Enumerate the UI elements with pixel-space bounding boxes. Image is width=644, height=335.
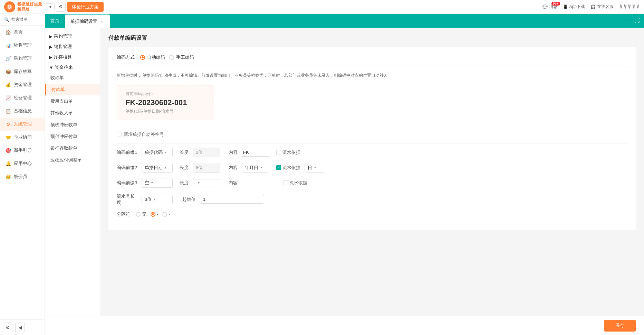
chevron-down-icon: ▾	[49, 4, 51, 9]
manual-code-radio-dot	[169, 55, 174, 60]
sidebar-item-basic[interactable]: 📋 基础信息	[0, 104, 45, 118]
tab-expand-btn[interactable]: ⛶	[634, 18, 640, 24]
sidebar-item-home[interactable]: 🏠 首页	[0, 26, 45, 39]
purchase-icon: 🛒	[6, 56, 11, 61]
submenu-item-payment[interactable]: 付款单	[45, 84, 100, 95]
search-menu[interactable]: 🔍 搜索菜单	[0, 14, 45, 26]
prefix2-content-select[interactable]: 年月日 ▾	[242, 163, 269, 173]
separator-row: 分隔符 无 · ·	[117, 211, 627, 217]
trial-btn[interactable]: 体验行业方案	[67, 2, 104, 12]
sep-dot-radio[interactable]: ·	[151, 211, 158, 217]
prefix3-watermark-checkbox	[283, 180, 288, 185]
user-info: 某某某某某	[619, 4, 640, 10]
submenu-item-expense[interactable]: 费用支出单	[45, 95, 100, 107]
sidebar-item-ops[interactable]: 📈 经营管理	[0, 91, 45, 104]
prefix1-select[interactable]: 单据代码 ▾	[142, 148, 173, 157]
svg-text:畅: 畅	[8, 4, 12, 9]
prefix-row-3: 编码前缀3 空 ▾ 长度 ▾ 内容	[117, 178, 627, 188]
online-service-btn[interactable]: 🎧 在线客服	[590, 4, 614, 10]
chevron-right-icon-sales: ▶	[49, 44, 52, 49]
serial-row: 流水号长度 3位 ▾ 起始值	[117, 193, 627, 206]
message-btn[interactable]: 💬 消息 99+	[542, 4, 557, 10]
prefix3-chevron-icon: ▾	[151, 181, 153, 185]
prefix3-select[interactable]: 空 ▾	[142, 178, 173, 188]
sidebar-item-finance[interactable]: 💰 资金管理	[0, 78, 45, 91]
prefix2-chevron-icon: ▾	[165, 166, 166, 169]
submenu-group-sales[interactable]: ▶ 销售管理	[45, 41, 100, 51]
sidebar-item-appcenter[interactable]: 🔔 应用中心	[0, 157, 45, 170]
prefix1-content-value: FK	[242, 148, 269, 157]
main-layout: 🔍 搜索菜单 🏠 首页 📊 销售管理 🛒 采购管理 📦 库存核算 💰 资金管理 …	[0, 14, 644, 335]
search-icon: 🔍	[4, 17, 9, 22]
auto-code-radio[interactable]: 自动编码	[140, 54, 165, 61]
submenu-group-purchase[interactable]: ▶ 采购管理	[45, 30, 100, 41]
tab-home[interactable]: 首页	[45, 14, 65, 28]
sidebar-item-guide[interactable]: 🎯 新手引导	[0, 144, 45, 157]
prefix1-length-input: 2位	[193, 148, 220, 157]
serial-length-select[interactable]: 3位 ▾	[142, 195, 173, 204]
chevron-right-icon: ▶	[49, 34, 52, 39]
prefix2-watermark-unit-select[interactable]: 日 ▾	[305, 163, 325, 173]
save-button[interactable]: 保存	[604, 320, 636, 332]
auto-fill-row: 新增单据自动补空号	[117, 131, 627, 138]
page-content: 付款单编码设置 编码方式 自动编码 手工编码	[100, 28, 644, 316]
sidebar-collapse-btn[interactable]: ◀	[15, 323, 25, 332]
company-dropdown[interactable]: ▾	[45, 3, 55, 10]
logo: 畅 畅捷通好生意 极品版	[4, 1, 42, 12]
encoding-mode-section: 编码方式 自动编码 手工编码	[117, 54, 627, 66]
separator-label: 分隔符	[117, 211, 130, 217]
prefix1-watermark-checkbox	[276, 150, 281, 155]
sidebar-item-vip[interactable]: 👑 畅会员	[0, 170, 45, 183]
inventory-icon: 📦	[6, 69, 11, 74]
prefix3-length-select[interactable]: ▾	[193, 179, 220, 186]
prefix3-watermark-check[interactable]: 流水依据	[283, 180, 307, 186]
submenu-group-finance[interactable]: ▼ 资金往来	[45, 62, 100, 72]
sep-dash-radio[interactable]: ·	[162, 212, 170, 217]
sidebar-item-sales[interactable]: 📊 销售管理	[0, 39, 45, 52]
submenu-item-other-income[interactable]: 其他收入单	[45, 107, 100, 119]
app-download-btn[interactable]: 📱 App下载	[563, 4, 585, 10]
tab-bar: 首页 单据编码设置 ✕ — ⛶	[45, 14, 644, 28]
bottom-bar: 保存	[45, 316, 644, 335]
tab-encoding-settings[interactable]: 单据编码设置 ✕	[65, 15, 110, 28]
auto-fill-checkbox[interactable]	[117, 132, 122, 137]
page-title: 付款单编码设置	[108, 35, 636, 42]
preview-label: 当前编码示例：	[125, 91, 205, 97]
prefix2-watermark-check[interactable]: ✓ 流水依据	[276, 165, 300, 171]
finance-icon: 💰	[6, 82, 11, 87]
submenu-group-inventory[interactable]: ▶ 库存核算	[45, 51, 100, 62]
tab-close-icon[interactable]: ✕	[99, 19, 104, 24]
preview-sub: 单据代码-单据日期-流水号	[125, 109, 205, 114]
start-value-input[interactable]	[200, 195, 264, 204]
chevron-down-icon-finance: ▼	[49, 65, 54, 70]
top-bar: 畅 畅捷通好生意 极品版 ▾ ⚙ 体验行业方案 💬 消息 99+ 📱 App下载…	[0, 0, 644, 14]
sep-none-radio[interactable]: 无	[136, 211, 146, 217]
prefix2-content-label: 内容	[229, 165, 238, 171]
auto-fill-label: 新增单据自动补空号	[124, 131, 164, 138]
prefix2-select[interactable]: 单据日期 ▾	[142, 163, 173, 173]
sidebar-item-system[interactable]: ⚙ 系统管理	[0, 118, 45, 131]
settings-icon[interactable]: ⚙	[56, 2, 66, 12]
prefix-row-2: 编码前缀2 单据日期 ▾ 长度 8位 内容 年月日 ▾ ✓	[117, 163, 627, 173]
tab-minimize-btn[interactable]: —	[626, 18, 632, 24]
submenu-item-bank[interactable]: 银行存取款单	[45, 142, 100, 154]
sidebar-settings-btn[interactable]: ⚙	[3, 323, 12, 332]
encoding-mode-label: 编码方式	[117, 54, 135, 61]
submenu-item-receipt[interactable]: 收款单	[45, 72, 100, 84]
vip-icon: 👑	[6, 174, 11, 179]
sales-icon: 📊	[6, 43, 11, 48]
sidebar-item-collab[interactable]: 🤝 企业协同	[0, 131, 45, 144]
preview-code: FK-20230602-001	[125, 98, 205, 107]
manual-code-radio[interactable]: 手工编码	[169, 54, 194, 61]
app-icon: 畅	[4, 1, 15, 12]
submenu-item-advance-pay[interactable]: 预付冲应付单	[45, 131, 100, 142]
sidebar-item-purchase[interactable]: 🛒 采购管理	[0, 52, 45, 65]
sidebar-bottom: ⚙ ◀	[0, 319, 45, 335]
guide-icon: 🎯	[6, 148, 11, 153]
sidebar-item-inventory[interactable]: 📦 库存核算	[0, 65, 45, 78]
content-area: 首页 单据编码设置 ✕ — ⛶ ▶ 采购管理 ▶ 销售管理	[45, 14, 644, 335]
prefix3-content-value	[242, 181, 276, 184]
submenu-item-advance-rcv[interactable]: 预收冲应收单	[45, 119, 100, 131]
prefix1-watermark-check[interactable]: 流水依据	[276, 149, 300, 156]
submenu-item-adjust[interactable]: 应收应付调整单	[45, 154, 100, 166]
